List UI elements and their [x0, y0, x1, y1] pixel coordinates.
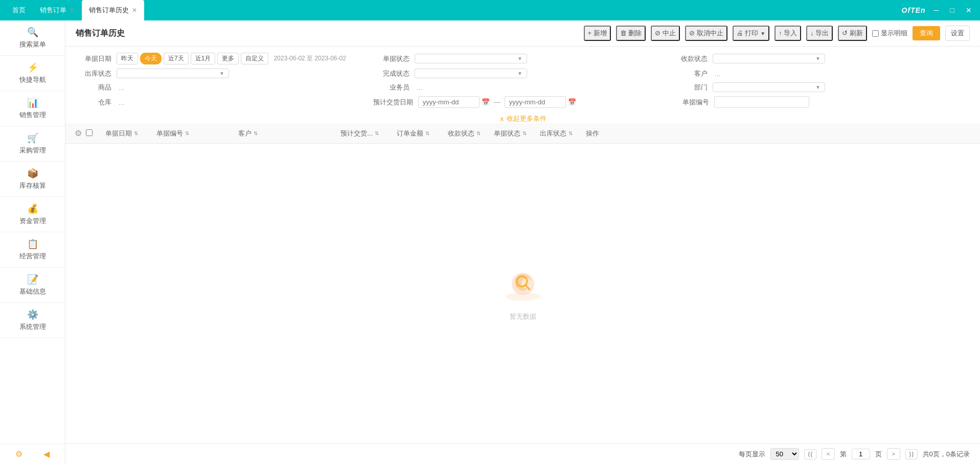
th-payment-sort-icon: ⇅ [476, 130, 481, 136]
top-bar-right: OfTEn ─ □ ✕ [902, 5, 975, 15]
query-button[interactable]: 查询 [913, 26, 940, 40]
docno-input[interactable] [714, 96, 809, 108]
department-select[interactable]: ▼ [713, 82, 825, 92]
th-delivery-label: 预计交货... [340, 129, 373, 138]
department-label: 部门 [672, 83, 713, 92]
sidebar-item-basic[interactable]: 📝 基础信息 [0, 268, 65, 303]
settings-gear-icon[interactable]: ⚙ [15, 449, 22, 459]
prev-page-button[interactable]: ＜ [822, 448, 835, 460]
th-amount[interactable]: 订单金额 ⇅ [393, 129, 444, 138]
page-size-label: 每页显示 [739, 450, 765, 459]
display-detail-label: 显示明细 [881, 29, 907, 38]
payment-filter-control: ▼ [713, 54, 970, 63]
import-button[interactable]: ↑ 导入 [774, 26, 801, 41]
sidebar-item-sales[interactable]: 📊 销售管理 [0, 91, 65, 126]
payment-label: 收款状态 [672, 54, 713, 63]
th-outstatus-label: 出库状态 [540, 129, 566, 138]
date-btn-today[interactable]: 今天 [140, 53, 162, 64]
date-btn-1month[interactable]: 近1月 [191, 53, 216, 64]
display-detail-check[interactable] [872, 30, 879, 37]
cancel-stop-button[interactable]: ⊘ 取消中止 [685, 26, 727, 41]
cal-to-icon[interactable]: 📅 [568, 98, 576, 106]
th-outstatus[interactable]: 出库状态 ⇅ [536, 129, 582, 138]
sidebar-item-search[interactable]: 🔍 搜索菜单 [0, 20, 65, 56]
complete-filter-control: ▼ [415, 69, 672, 78]
date-btn-7days[interactable]: 近7天 [164, 53, 189, 64]
date-btn-yesterday[interactable]: 昨天 [117, 53, 138, 64]
export-button[interactable]: ↓ 导出 [806, 26, 833, 41]
delete-button[interactable]: 🗑 删除 [616, 26, 646, 41]
filter-row-2: 出库状态 ▼ 完成状态 ▼ 客户 ... [76, 69, 970, 78]
date-btn-custom[interactable]: 自定义 [241, 53, 268, 64]
status-dropdown-icon: ▼ [517, 56, 522, 61]
sidebar-item-inventory[interactable]: 📦 库存核算 [0, 162, 65, 197]
print-button[interactable]: 🖨 打印 ▼ [733, 26, 770, 41]
out-status-select[interactable]: ▼ [117, 69, 229, 78]
tab-home[interactable]: 首页 [5, 0, 33, 20]
print-button-label: 🖨 打印 [737, 29, 759, 38]
delivery-date-to[interactable] [505, 96, 566, 108]
sidebar: 🔍 搜索菜单 ⚡ 快捷导航 📊 销售管理 🛒 采购管理 📦 库存核算 💰 资金管… [0, 20, 65, 464]
close-button[interactable]: ✕ [963, 5, 975, 15]
goods-ellipsis-btn[interactable]: ... [117, 83, 127, 92]
add-button[interactable]: + 新增 [584, 26, 611, 41]
sidebar-item-operation[interactable]: 📋 经营管理 [0, 232, 65, 268]
add-button-label: + 新增 [588, 29, 607, 38]
settings-button[interactable]: 设置 [945, 26, 970, 41]
th-payment[interactable]: 收款状态 ⇅ [444, 129, 490, 138]
customer-label: 客户 [672, 69, 713, 78]
current-page-input[interactable] [852, 449, 870, 459]
sidebar-item-finance[interactable]: 💰 资金管理 [0, 197, 65, 232]
print-dropdown-icon[interactable]: ▼ [760, 31, 765, 36]
customer-ellipsis-btn[interactable]: ... [713, 70, 723, 78]
stop-button[interactable]: ⊘ 中止 [651, 26, 680, 41]
tab-sales-order-close[interactable]: ✕ [70, 7, 75, 14]
refresh-button[interactable]: ↺ 刷新 [838, 26, 867, 41]
status-select[interactable]: ▼ [415, 54, 527, 63]
salesperson-ellipsis-btn[interactable]: ... [415, 83, 425, 92]
collapse-arrow-icon: ∧ [499, 115, 505, 123]
pagination: 每页显示 50 10 20 100 ⟨⟨ ＜ 第 页 ＞ ⟩⟩ 共0页，0条记录 [65, 444, 980, 464]
th-docstatus[interactable]: 单据状态 ⇅ [490, 129, 536, 138]
page-size-select[interactable]: 50 10 20 100 [770, 448, 799, 460]
collapse-more-btn[interactable]: ∧ 收起更多条件 [76, 112, 970, 123]
delivery-date-from[interactable] [418, 96, 480, 108]
empty-state: 暂无数据 [65, 144, 980, 444]
tab-sales-order[interactable]: 销售订单 ✕ [33, 0, 82, 20]
th-delivery[interactable]: 预计交货... ⇅ [336, 129, 393, 138]
select-all-checkbox[interactable] [86, 129, 93, 136]
sales-icon: 📊 [27, 97, 38, 108]
sidebar-item-purchase[interactable]: 🛒 采购管理 [0, 126, 65, 162]
delete-button-label: 🗑 删除 [620, 29, 642, 38]
sidebar-item-quicknav[interactable]: ⚡ 快捷导航 [0, 56, 65, 91]
table-settings-icon[interactable]: ⚙ [71, 128, 86, 138]
sidebar-item-system[interactable]: ⚙️ 系统管理 [0, 303, 65, 338]
system-icon: ⚙️ [27, 309, 38, 320]
th-customer[interactable]: 客户 ⇅ [234, 129, 336, 138]
next-page-button[interactable]: ＞ [887, 448, 900, 460]
th-docno-label: 单据编号 [156, 129, 183, 138]
th-docno[interactable]: 单据编号 ⇅ [152, 129, 234, 138]
display-detail-checkbox[interactable]: 显示明细 [872, 29, 907, 38]
last-page-button[interactable]: ⟩⟩ [905, 449, 918, 459]
select-all-checkbox-col[interactable] [86, 129, 101, 138]
collapse-sidebar-icon[interactable]: ◀ [43, 449, 50, 459]
warehouse-ellipsis-btn[interactable]: ... [117, 98, 127, 106]
tab-sales-order-history[interactable]: 销售订单历史 ✕ [82, 0, 144, 20]
payment-select[interactable]: ▼ [713, 54, 825, 63]
date-quick-buttons: 昨天 今天 近7天 近1月 更多 自定义 [117, 53, 268, 64]
total-info: 共0页，0条记录 [923, 450, 970, 459]
maximize-button[interactable]: □ [947, 5, 958, 15]
tab-sales-order-history-close[interactable]: ✕ [132, 7, 137, 14]
docno-filter-control [714, 96, 970, 108]
complete-select[interactable]: ▼ [415, 69, 527, 78]
payment-dropdown-icon: ▼ [815, 56, 821, 61]
cal-from-icon[interactable]: 📅 [482, 98, 490, 106]
docno-label: 单据编号 [673, 98, 714, 107]
first-page-button[interactable]: ⟨⟨ [804, 449, 816, 459]
minimize-button[interactable]: ─ [931, 5, 942, 15]
page-title: 销售订单历史 [76, 28, 125, 39]
date-btn-more[interactable]: 更多 [217, 53, 239, 64]
th-date[interactable]: 单据日期 ⇅ [101, 129, 152, 138]
tab-home-label: 首页 [12, 6, 26, 15]
